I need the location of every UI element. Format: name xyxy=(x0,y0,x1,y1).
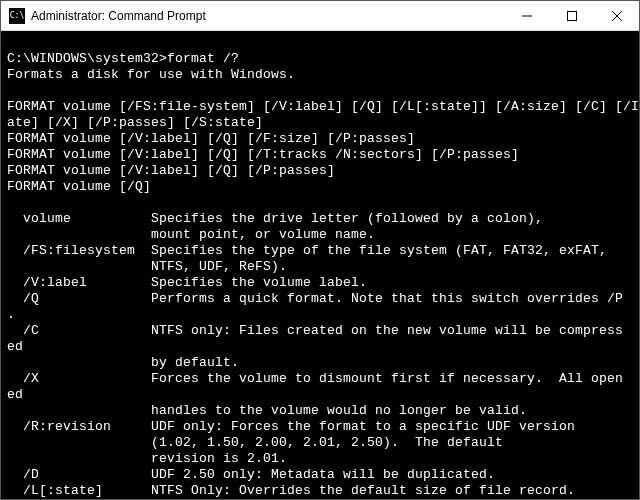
window-title: Administrator: Command Prompt xyxy=(31,9,206,23)
maximize-button[interactable] xyxy=(549,1,594,31)
titlebar[interactable]: C:\ Administrator: Command Prompt xyxy=(1,1,639,31)
cmd-icon: C:\ xyxy=(9,8,25,24)
command-prompt-window: C:\ Administrator: Command Prompt C:\WIN… xyxy=(0,0,640,500)
svg-rect-1 xyxy=(567,11,576,20)
terminal-output[interactable]: C:\WINDOWS\system32>format /? Formats a … xyxy=(1,31,639,499)
close-button[interactable] xyxy=(594,1,639,31)
minimize-button[interactable] xyxy=(504,1,549,31)
